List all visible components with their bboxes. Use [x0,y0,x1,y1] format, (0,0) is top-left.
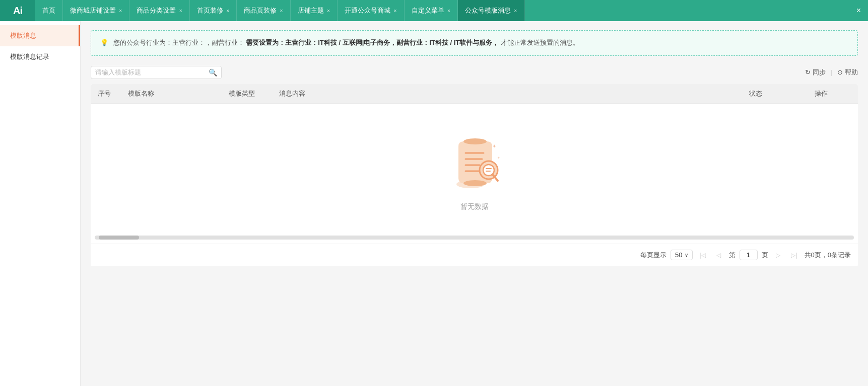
sidebar: 模版消息模版消息记录 [0,21,81,386]
nav-tab[interactable]: 商品分类设置× [129,0,189,21]
close-tab-button[interactable]: × [119,8,122,14]
svg-text:✦: ✦ [497,156,500,160]
sidebar-item[interactable]: 模版消息记录 [0,46,80,67]
last-page-button[interactable]: ▷| [788,249,800,261]
nav-tab-label: 商品分类设置 [137,6,176,15]
nav-tabs: 首页微商城店铺设置×商品分类设置×首页装修×商品页装修×店铺主题×开通公众号商城… [35,0,849,21]
close-tab-button[interactable]: × [447,8,450,14]
nav-tab-label: 公众号模版消息 [465,6,511,15]
help-icon: ⊙ [837,68,843,76]
search-input[interactable] [95,68,209,76]
nav-tab[interactable]: 首页 [35,0,63,21]
table-column-header: 消息内容 [272,84,742,104]
nav-tab[interactable]: 公众号模版消息× [458,0,524,21]
sync-icon: ↻ [805,68,811,76]
close-tab-button[interactable]: × [280,8,283,14]
table-column-header: 模版名称 [121,84,222,104]
page-number-input[interactable] [740,250,758,260]
notice-box: 💡 您的公众号行业为：主营行业：，副营行业： 需要设置为：主营行业：IT科技 /… [91,30,858,56]
nav-tab-label: 首页装修 [197,6,223,15]
page-label: 第 [729,251,736,260]
next-page-button[interactable]: ▷ [772,249,784,261]
scrollbar-track[interactable] [95,236,854,240]
nav-tab-label: 首页 [42,6,55,15]
search-icon[interactable]: 🔍 [209,68,217,76]
close-tab-button[interactable]: × [226,8,229,14]
empty-text: 暂无数据 [460,202,489,211]
per-page-value: 50 [675,251,682,259]
main-layout: 模版消息模版消息记录 💡 您的公众号行业为：主营行业：，副营行业： 需要设置为：… [0,21,868,386]
top-nav: Ai 首页微商城店铺设置×商品分类设置×首页装修×商品页装修×店铺主题×开通公众… [0,0,868,21]
nav-tab[interactable]: 首页装修× [190,0,237,21]
scrollbar-row [91,231,858,244]
table-column-header: 状态 [742,84,808,104]
prev-page-button[interactable]: ◁ [713,249,725,261]
pagination: 每页显示 50 ∨ |◁ ◁ 第 页 ▷ ▷| 共0页，0条记录 [91,244,858,266]
svg-text:✦: ✦ [492,143,496,149]
table-column-header: 操作 [808,84,858,104]
close-tab-button[interactable]: × [514,8,517,14]
empty-illustration: ✦ ✦ [444,134,505,194]
nav-tab[interactable]: 店铺主题× [291,0,338,21]
nav-tab[interactable]: 开通公众号商城× [338,0,404,21]
nav-tab-label: 商品页装修 [244,6,277,15]
svg-point-2 [463,180,487,186]
nav-tab-label: 自定义菜单 [412,6,444,15]
svg-point-1 [463,138,487,144]
nav-tab-label: 开通公众号商城 [345,6,390,15]
chevron-down-icon: ∨ [685,252,688,258]
first-page-button[interactable]: |◁ [697,249,709,261]
notice-prefix: 您的公众号行业为：主营行业：，副营行业： [113,39,244,46]
table-column-header: 序号 [91,84,121,104]
scrollbar-thumb[interactable] [99,236,139,240]
divider: | [831,68,832,76]
sidebar-item[interactable]: 模版消息 [0,25,80,46]
close-tab-button[interactable]: × [179,8,182,14]
sync-button[interactable]: ↻ 同步 [805,68,826,77]
notice-suffix: 才能正常发送预置的消息。 [501,39,579,46]
data-table: 序号模版名称模版类型消息内容状态操作 [91,84,858,231]
content-area: 💡 您的公众号行业为：主营行业：，副营行业： 需要设置为：主营行业：IT科技 /… [81,21,868,386]
total-text: 共0页，0条记录 [805,251,851,260]
per-page-label: 每页显示 [640,251,666,260]
close-all-button[interactable]: × [849,0,868,21]
logo: Ai [0,0,35,21]
notice-highlight: 需要设置为：主营行业：IT科技 / 互联网|电子商务，副营行业：IT科技 / I… [246,39,499,46]
help-button[interactable]: ⊙ 帮助 [837,68,858,77]
table-column-header: 模版类型 [222,84,272,104]
nav-tab[interactable]: 微商城店铺设置× [63,0,129,21]
toolbar-right: ↻ 同步 | ⊙ 帮助 [805,68,858,77]
nav-tab[interactable]: 自定义菜单× [405,0,458,21]
table-header-row: 序号模版名称模版类型消息内容状态操作 [91,84,858,104]
search-box[interactable]: 🔍 [91,66,222,79]
close-tab-button[interactable]: × [327,8,330,14]
nav-tab-label: 店铺主题 [298,6,324,15]
per-page-select[interactable]: 50 ∨ [671,250,692,260]
empty-state: ✦ ✦ 暂无数据 [91,104,858,231]
bulb-icon: 💡 [100,39,108,46]
page-unit: 页 [762,251,768,260]
nav-tab-label: 微商城店铺设置 [70,6,116,15]
toolbar: 🔍 ↻ 同步 | ⊙ 帮助 [91,66,858,79]
nav-tab[interactable]: 商品页装修× [237,0,290,21]
close-tab-button[interactable]: × [393,8,396,14]
